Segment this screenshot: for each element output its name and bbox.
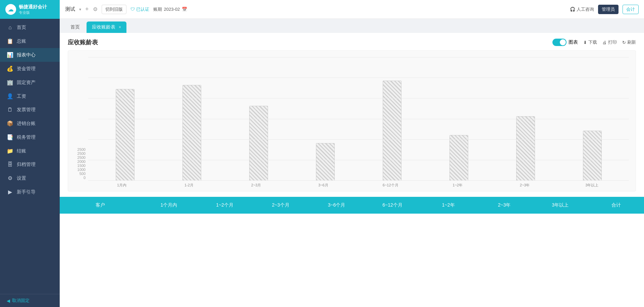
sidebar-icon-reports: 📊 bbox=[7, 52, 13, 58]
role-button[interactable]: 会计 bbox=[623, 5, 639, 14]
human-consult-button[interactable]: 🎧 人工咨询 bbox=[570, 6, 594, 12]
sidebar-item-funds[interactable]: 💰 资金管理 bbox=[0, 62, 60, 76]
app-logo-title: 畅捷通好会计 bbox=[19, 4, 47, 10]
add-project-button[interactable]: + bbox=[85, 6, 89, 13]
table-header-cell: 2~3年 bbox=[476, 197, 532, 214]
bar-group bbox=[182, 85, 201, 181]
page-actions: 图表 ⬇ 下载 🖨 打印 ↻ 刷新 bbox=[552, 39, 636, 46]
sidebar-label-guide: 新手引导 bbox=[17, 189, 36, 195]
sidebar-icon-invoice: 🗒 bbox=[7, 107, 13, 113]
settings-icon[interactable]: ⚙ bbox=[93, 6, 98, 12]
bar bbox=[116, 89, 135, 181]
manager-button[interactable]: 管理员 bbox=[598, 5, 619, 14]
refresh-icon: ↻ bbox=[622, 40, 626, 45]
x-label: 3~6月 bbox=[314, 183, 333, 188]
sidebar-item-assets[interactable]: 🏢 固定资产 bbox=[0, 76, 60, 89]
print-icon: 🖨 bbox=[602, 40, 607, 45]
sidebar-label-reports: 报表中心 bbox=[17, 52, 36, 58]
bar bbox=[249, 106, 268, 181]
x-label: 1~2年 bbox=[448, 183, 467, 188]
chart-x-axis: 1月内1-2月2~3月3~6月6~12个月1~2年2~3年3年以上 bbox=[88, 181, 629, 188]
y-label: 1000 bbox=[77, 168, 86, 172]
table-header-cell: 1个月内 bbox=[141, 197, 197, 214]
consult-label: 人工咨询 bbox=[577, 6, 594, 12]
cancel-fixed-button[interactable]: ◀ 取消固定 bbox=[0, 294, 60, 307]
y-label: 1500 bbox=[77, 164, 86, 168]
bar bbox=[516, 116, 535, 181]
sidebar-icon-closing: 📁 bbox=[7, 148, 13, 154]
chart-area: 2500250025002000150010005000 1月内1-2月2~3月… bbox=[68, 50, 636, 191]
table-header-cell: 2~3个月 bbox=[253, 197, 309, 214]
sidebar-label-funds: 资金管理 bbox=[17, 66, 36, 72]
tab-bar: 首页 应收账龄表 × bbox=[60, 19, 644, 33]
period-value: 2023-02 bbox=[164, 7, 180, 12]
sidebar-item-ledger[interactable]: 📋 总账 bbox=[0, 34, 60, 48]
headset-icon: 🎧 bbox=[570, 7, 575, 12]
bar-group bbox=[316, 143, 335, 181]
sidebar-icon-archive: 🗄 bbox=[7, 162, 13, 168]
sidebar-label-tax: 税务管理 bbox=[17, 134, 36, 140]
tab-close-icon[interactable]: × bbox=[119, 25, 121, 30]
print-label: 打印 bbox=[608, 39, 617, 45]
x-label: 1月内 bbox=[112, 183, 131, 188]
chart-y-axis: 2500250025002000150010005000 bbox=[75, 147, 88, 188]
download-label: 下载 bbox=[588, 39, 597, 45]
sidebar-item-home[interactable]: ⌂ 首页 bbox=[0, 21, 60, 34]
x-label: 2~3月 bbox=[247, 183, 266, 188]
sidebar-item-settings[interactable]: ⚙ 设置 bbox=[0, 171, 60, 185]
table-header-cell: 6~12个月 bbox=[365, 197, 421, 214]
bar-group bbox=[583, 131, 602, 181]
bar-group bbox=[383, 81, 401, 181]
x-label: 6~12个月 bbox=[381, 183, 400, 188]
y-label: 0 bbox=[84, 176, 86, 180]
sidebar-item-reports[interactable]: 📊 报表中心 bbox=[0, 48, 60, 62]
project-name: 测试 bbox=[65, 6, 75, 12]
y-label: 2500 bbox=[77, 151, 86, 156]
sidebar-item-guide[interactable]: ▶ 新手引导 bbox=[0, 185, 60, 199]
tab-home[interactable]: 首页 bbox=[65, 21, 85, 33]
verified-label: 已认证 bbox=[136, 6, 149, 12]
bar-group bbox=[116, 89, 135, 181]
print-button[interactable]: 🖨 打印 bbox=[602, 39, 617, 45]
bar bbox=[449, 135, 468, 181]
sidebar-item-closing[interactable]: 📁 结账 bbox=[0, 144, 60, 158]
table-header-cell: 客户 bbox=[60, 197, 141, 214]
bar bbox=[182, 85, 201, 181]
sidebar-item-salary[interactable]: 👤 工资 bbox=[0, 89, 60, 103]
sidebar-item-invoice[interactable]: 🗒 发票管理 bbox=[0, 103, 60, 117]
chart-toggle-switch[interactable] bbox=[552, 39, 567, 46]
project-dropdown-icon[interactable]: ▾ bbox=[79, 7, 81, 12]
sidebar-item-archive[interactable]: 🗄 归档管理 bbox=[0, 158, 60, 171]
sidebar-item-inventory[interactable]: 📦 进销台账 bbox=[0, 117, 60, 130]
tab-home-label: 首页 bbox=[70, 24, 80, 30]
bars-row bbox=[88, 57, 629, 181]
period-label: 账期 bbox=[153, 6, 162, 12]
sidebar-icon-home: ⌂ bbox=[7, 25, 13, 31]
verified-badge: 🛡 已认证 bbox=[130, 6, 149, 12]
refresh-label: 刷新 bbox=[627, 39, 636, 45]
y-label: 2000 bbox=[77, 160, 86, 164]
x-label: 1-2月 bbox=[179, 183, 198, 188]
tab-aging-label: 应收账龄表 bbox=[92, 24, 115, 30]
table-header-cell: 合计 bbox=[588, 197, 644, 214]
tab-aging[interactable]: 应收账龄表 × bbox=[87, 21, 126, 33]
chart-inner: 2500250025002000150010005000 1月内1-2月2~3月… bbox=[75, 57, 629, 188]
sidebar-item-tax[interactable]: 📑 税务管理 bbox=[0, 130, 60, 144]
bar bbox=[383, 81, 401, 181]
bar bbox=[583, 131, 602, 181]
verified-shield-icon: 🛡 bbox=[130, 7, 135, 12]
sidebar-icon-funds: 💰 bbox=[7, 65, 13, 72]
calendar-icon[interactable]: 📅 bbox=[182, 7, 187, 12]
sidebar-label-settings: 设置 bbox=[17, 175, 26, 181]
sidebar-label-inventory: 进销台账 bbox=[17, 121, 36, 127]
download-button[interactable]: ⬇ 下载 bbox=[583, 39, 597, 45]
content-area: 应收账龄表 图表 ⬇ 下载 🖨 打印 ↻ 刷新 bbox=[60, 33, 644, 307]
switch-old-button[interactable]: 切到旧版 bbox=[102, 5, 126, 14]
sidebar-icon-salary: 👤 bbox=[7, 93, 13, 99]
sidebar-label-closing: 结账 bbox=[17, 148, 26, 154]
app-logo-sub: 专业版 bbox=[19, 10, 47, 15]
sidebar-icon-assets: 🏢 bbox=[7, 79, 13, 86]
refresh-button[interactable]: ↻ 刷新 bbox=[622, 39, 636, 45]
table-header-cell: 3~6个月 bbox=[309, 197, 365, 214]
y-label: 500 bbox=[79, 172, 86, 176]
